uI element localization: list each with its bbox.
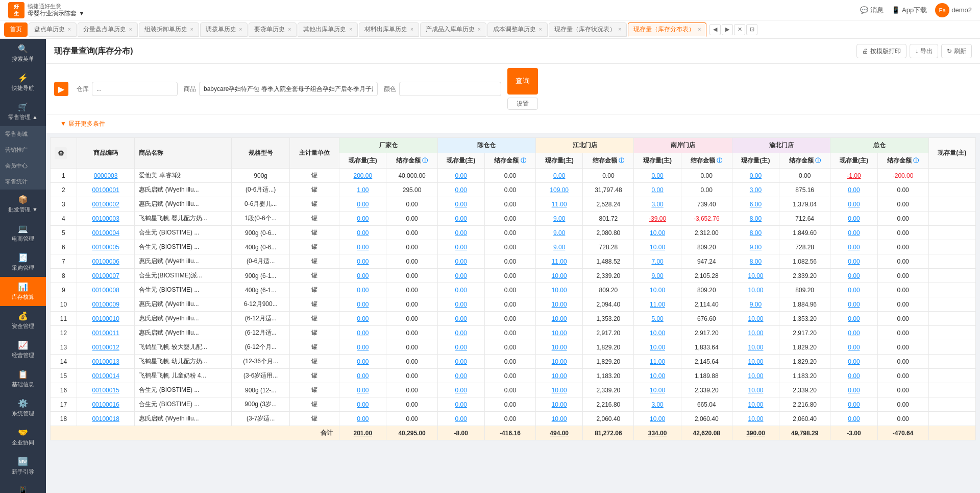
cell-na-stock[interactable]: 0.00 (634, 169, 681, 183)
cell-jb-stock[interactable]: 11.00 (536, 197, 583, 212)
cell-tot-stock[interactable]: -1.00 (830, 169, 877, 183)
cell-jb-stock[interactable]: 9.00 (536, 212, 583, 226)
cell-na-stock[interactable]: 10.00 (634, 326, 681, 340)
goods-input[interactable] (199, 82, 378, 96)
tab-stock-dist[interactable]: 现存量（库存分布表） × (628, 22, 706, 37)
cell-chen-stock[interactable]: 0.00 (437, 355, 484, 369)
cell-jb-stock[interactable]: 9.00 (536, 240, 583, 254)
cell-na-stock[interactable]: 7.00 (634, 254, 681, 269)
cell-tot-stock[interactable]: 0.00 (830, 355, 877, 369)
cell-jb-stock[interactable]: 10.00 (536, 355, 583, 369)
cell-tot-stock[interactable]: 0.00 (830, 197, 877, 212)
cell-tot-stock[interactable]: 0.00 (830, 297, 877, 312)
cell-yb-stock[interactable]: 0.00 (732, 169, 779, 183)
tab-sub-count-close[interactable]: × (129, 27, 132, 32)
sidebar-item-inventory[interactable]: 📊 库存核算 (0, 277, 46, 306)
summary-jb-stock[interactable]: 494.00 (536, 426, 583, 440)
cell-chen-stock[interactable]: 0.00 (437, 326, 484, 340)
logo-sub[interactable]: 母婴行业演示陈套 ▼ (28, 10, 85, 18)
cell-jb-stock[interactable]: 10.00 (536, 326, 583, 340)
tab-count-single-close[interactable]: × (68, 27, 71, 32)
cell-jb-stock[interactable]: 11.00 (536, 254, 583, 269)
sidebar-item-quick-nav[interactable]: ⚡ 快捷导航 (0, 68, 46, 97)
cell-yb-stock[interactable]: 10.00 (732, 269, 779, 283)
cell-yb-stock[interactable]: 3.00 (732, 183, 779, 197)
expand-conditions-btn[interactable]: ▼ 展开更多条件 (54, 116, 111, 131)
export-btn[interactable]: ↓ 导出 (910, 44, 938, 58)
cell-yb-stock[interactable]: 10.00 (732, 412, 779, 426)
sidebar-item-enterprise[interactable]: 🤝 企业协同 (0, 422, 46, 452)
na-info-icon[interactable]: ⓘ (717, 157, 722, 163)
tab-finished-in-close[interactable]: × (478, 27, 481, 32)
tab-transfer-close[interactable]: × (239, 27, 242, 32)
cell-yb-stock[interactable]: 10.00 (732, 340, 779, 355)
tab-other-out-close[interactable]: × (349, 27, 352, 32)
cell-jb-stock[interactable]: 10.00 (536, 412, 583, 426)
fac-info-icon[interactable]: ⓘ (422, 157, 428, 163)
cell-yb-stock[interactable]: 10.00 (732, 397, 779, 412)
sidebar-item-retail[interactable]: 🛒 零售管理 ▲ (0, 97, 46, 126)
cell-jb-stock[interactable]: 10.00 (536, 340, 583, 355)
cell-fac-stock[interactable]: 0.00 (339, 269, 386, 283)
cell-chen-stock[interactable]: 0.00 (437, 369, 484, 383)
refresh-btn[interactable]: ↻ 刷新 (941, 44, 972, 58)
cell-chen-stock[interactable]: 0.00 (437, 226, 484, 240)
tab-transfer[interactable]: 调拨单历史 × (200, 22, 248, 37)
tab-stock-status[interactable]: 现存量（库存状况表） × (549, 22, 627, 37)
app-download-btn[interactable]: 📱 App下载 (892, 6, 927, 15)
sidebar-item-ecom[interactable]: 💻 电商管理 (0, 219, 46, 248)
cell-na-stock[interactable]: 10.00 (634, 369, 681, 383)
tab-close-all-btn[interactable]: ✕ (734, 24, 745, 35)
cell-na-stock[interactable]: 3.00 (634, 197, 681, 212)
cell-fac-stock[interactable]: 0.00 (339, 355, 386, 369)
sidebar-item-retail-stats[interactable]: 零售统计 (0, 174, 46, 190)
cell-na-stock[interactable]: 5.00 (634, 312, 681, 326)
sidebar-item-basic[interactable]: 📋 基础信息 (0, 364, 46, 393)
cell-chen-stock[interactable]: 0.00 (437, 297, 484, 312)
cell-chen-stock[interactable]: 0.00 (437, 269, 484, 283)
tab-stock-dist-close[interactable]: × (698, 27, 701, 32)
warehouse-input[interactable] (92, 82, 178, 96)
cell-chen-stock[interactable]: 0.00 (437, 197, 484, 212)
tab-count-single[interactable]: 盘点单历史 × (29, 22, 77, 37)
cell-yb-stock[interactable]: 10.00 (732, 283, 779, 297)
cell-na-stock[interactable]: -39.00 (634, 212, 681, 226)
cell-yb-stock[interactable]: 8.00 (732, 254, 779, 269)
cell-na-stock[interactable]: 11.00 (634, 355, 681, 369)
sidebar-item-system[interactable]: ⚙️ 系统管理 (0, 393, 46, 422)
cell-fac-stock[interactable]: 0.00 (339, 369, 386, 383)
tab-expand-btn[interactable]: ⊡ (746, 24, 757, 35)
cell-tot-stock[interactable]: 0.00 (830, 340, 877, 355)
settings-icon[interactable]: ⚙ (55, 147, 67, 159)
cell-yb-stock[interactable]: 6.00 (732, 197, 779, 212)
settings-btn[interactable]: 设置 (507, 98, 538, 110)
cell-fac-stock[interactable]: 0.00 (339, 283, 386, 297)
cell-fac-stock[interactable]: 0.00 (339, 412, 386, 426)
cell-jb-stock[interactable]: 0.00 (536, 169, 583, 183)
tab-cost-adjust[interactable]: 成本调整单历史 × (487, 22, 548, 37)
cell-yb-stock[interactable]: 8.00 (732, 226, 779, 240)
cell-jb-stock[interactable]: 10.00 (536, 283, 583, 297)
sidebar-item-new-guide[interactable]: 🆕 新手引导 (0, 452, 46, 481)
cell-tot-stock[interactable]: 0.00 (830, 283, 877, 297)
tab-requisition-close[interactable]: × (288, 27, 291, 32)
cell-yb-stock[interactable]: 10.00 (732, 312, 779, 326)
user-area[interactable]: Ea demo2 (935, 3, 972, 17)
cell-tot-stock[interactable]: 0.00 (830, 326, 877, 340)
print-btn[interactable]: 🖨 按模版打印 (856, 44, 906, 58)
cell-jb-stock[interactable]: 10.00 (536, 383, 583, 397)
jb-info-icon[interactable]: ⓘ (619, 157, 624, 163)
cell-yb-stock[interactable]: 9.00 (732, 297, 779, 312)
chen-info-icon[interactable]: ⓘ (521, 157, 526, 163)
sidebar-item-member[interactable]: 会员中心 (0, 158, 46, 174)
cell-jb-stock[interactable]: 109.00 (536, 183, 583, 197)
cell-na-stock[interactable]: 10.00 (634, 240, 681, 254)
color-input[interactable] (399, 82, 501, 96)
cell-jb-stock[interactable]: 10.00 (536, 312, 583, 326)
cell-chen-stock[interactable]: 0.00 (437, 283, 484, 297)
cell-yb-stock[interactable]: 8.00 (732, 212, 779, 226)
tab-home[interactable]: 首页 (4, 22, 28, 37)
cell-tot-stock[interactable]: 0.00 (830, 383, 877, 397)
tab-next-btn[interactable]: ▶ (722, 24, 733, 35)
tab-prev-btn[interactable]: ◀ (709, 24, 721, 35)
